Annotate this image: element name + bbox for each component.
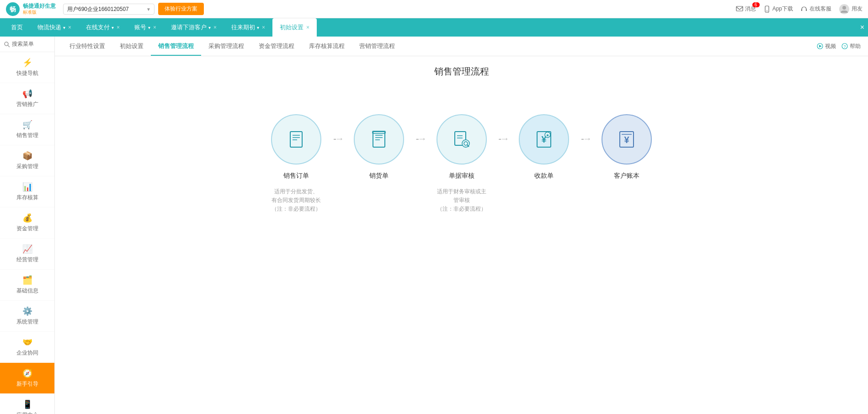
process-step-customer-ledger: ¥ 客户账本 <box>590 114 663 187</box>
messages-badge: 6 <box>752 2 760 7</box>
nav-tab-account-close[interactable]: × <box>153 24 156 31</box>
svg-point-8 <box>842 6 846 10</box>
nav-tab-logistics[interactable]: 物流快递 ▾ × <box>30 18 79 37</box>
process-arrow-3: ···→ <box>498 114 508 144</box>
help-link[interactable]: ? 帮助 <box>841 42 861 50</box>
user-selector[interactable]: 用户690企业1660120507 <box>63 4 154 15</box>
sidebar-search[interactable]: 搜索菜单 <box>0 37 54 52</box>
sidebar-item-inventory-label: 库存核算 <box>16 194 38 202</box>
process-arrow-4: ···→ <box>580 114 590 144</box>
sidebar-item-guide-label: 新手引导 <box>16 380 38 388</box>
nav-tab-logistics-close[interactable]: × <box>68 24 71 31</box>
app-center-icon: 📱 <box>22 399 32 409</box>
guide-icon: 🧭 <box>22 368 32 378</box>
sidebar-item-marketing[interactable]: 📢 营销推广 <box>0 83 54 114</box>
sales-invoice-icon <box>367 128 390 151</box>
process-title: 销售管理流程 <box>64 65 859 78</box>
app-download-button[interactable]: App下载 <box>763 5 793 13</box>
sidebar-item-app-center[interactable]: 📱 应用中心 <box>0 394 54 414</box>
nav-tab-initial-setup-close[interactable]: × <box>306 24 309 31</box>
video-icon <box>817 43 823 49</box>
customer-ledger-circle[interactable]: ¥ <box>602 114 652 165</box>
top-bar: 畅 畅捷通好生意 标准版 用户690企业1660120507 体验行业方案 消息… <box>0 0 868 18</box>
content-area: 行业特性设置 初始设置 销售管理流程 采购管理流程 资金管理流程 库存核算流程 … <box>55 37 868 414</box>
sales-invoice-circle[interactable] <box>354 114 404 165</box>
search-icon <box>4 41 10 48</box>
process-step-sales-invoice: 销货单 <box>342 114 415 187</box>
nav-tab-period[interactable]: 往来期初 ▾ × <box>224 18 272 37</box>
sidebar-item-enterprise-label: 企业协同 <box>16 349 38 357</box>
sidebar-item-basic-info[interactable]: 🗂️ 基础信息 <box>0 270 54 301</box>
sidebar-item-system[interactable]: ⚙️ 系统管理 <box>0 301 54 332</box>
nav-tabs: 首页 物流快递 ▾ × 在线支付 ▾ × 账号 ▾ × 邀请下游客户 ▾ × 往… <box>0 18 868 37</box>
sub-tabs-right: 视频 ? 帮助 <box>817 42 861 50</box>
sub-tab-sales-flow[interactable]: 销售管理流程 <box>151 37 201 56</box>
nav-tab-initial-setup[interactable]: 初始设置 × <box>272 18 317 37</box>
customer-ledger-name: 客户账本 <box>614 172 639 180</box>
sidebar-item-quick-nav[interactable]: ⚡ 快捷导航 <box>0 52 54 83</box>
process-arrow-1: ···→ <box>333 114 342 144</box>
sub-tab-purchase-flow[interactable]: 采购管理流程 <box>201 37 251 56</box>
svg-rect-2 <box>736 6 743 11</box>
sidebar-item-purchase[interactable]: 📦 采购管理 <box>0 145 54 176</box>
headset-icon <box>800 5 808 13</box>
receipt-icon: ¥ ★ <box>533 128 555 151</box>
sub-tab-finance-flow[interactable]: 资金管理流程 <box>251 37 302 56</box>
message-icon <box>736 5 743 13</box>
sidebar-item-sales[interactable]: 🛒 销售管理 <box>0 114 54 145</box>
process-flow: 销售订单 适用于分批发货、有合同发货周期较长（注：非必要流程） ···→ <box>64 105 859 223</box>
process-step-receipt: ¥ ★ 收款单 <box>507 114 580 187</box>
messages-button[interactable]: 消息 6 <box>736 5 756 13</box>
document-review-circle[interactable] <box>437 114 487 165</box>
finance-icon: 💰 <box>22 213 32 223</box>
nav-tab-home[interactable]: 首页 <box>4 18 30 37</box>
sales-order-name: 销售订单 <box>283 172 309 180</box>
svg-text:¥: ¥ <box>624 135 629 145</box>
svg-text:?: ? <box>843 44 846 49</box>
sidebar-item-finance-label: 资金管理 <box>16 225 38 233</box>
online-service-button[interactable]: 在线客服 <box>800 5 831 13</box>
sidebar-item-guide[interactable]: 🧭 新手引导 <box>0 363 54 394</box>
sidebar-item-finance[interactable]: 💰 资金管理 <box>0 207 54 239</box>
avatar-icon <box>839 4 850 15</box>
sub-tab-marketing-flow[interactable]: 营销管理流程 <box>352 37 402 56</box>
sidebar-item-marketing-label: 营销推广 <box>16 101 38 108</box>
nav-tab-invite[interactable]: 邀请下游客户 ▾ × <box>164 18 224 37</box>
user-avatar-button[interactable]: 用友 <box>839 4 863 15</box>
nav-tab-invite-close[interactable]: × <box>213 24 217 31</box>
sidebar-item-operations[interactable]: 📈 经营管理 <box>0 239 54 270</box>
marketing-icon: 📢 <box>22 89 32 99</box>
sub-tab-initial[interactable]: 初始设置 <box>112 37 151 56</box>
user-select-input[interactable]: 用户690企业1660120507 <box>63 4 154 15</box>
sidebar-item-quick-nav-label: 快捷导航 <box>16 69 38 77</box>
sidebar-search-label: 搜索菜单 <box>12 40 34 48</box>
top-bar-left: 畅 畅捷通好生意 标准版 用户690企业1660120507 体验行业方案 <box>5 2 204 16</box>
main-layout: 搜索菜单 ⚡ 快捷导航 📢 营销推广 🛒 销售管理 📦 采购管理 📊 库存核算 … <box>0 37 868 414</box>
process-arrow-2: ···→ <box>415 114 425 144</box>
nav-tab-account[interactable]: 账号 ▾ × <box>127 18 164 37</box>
app-logo-icon: 畅 <box>5 2 20 16</box>
trial-button[interactable]: 体验行业方案 <box>158 3 204 15</box>
sub-tab-inventory-flow[interactable]: 库存核算流程 <box>302 37 352 56</box>
nav-tab-period-close[interactable]: × <box>262 24 265 31</box>
sidebar-item-inventory[interactable]: 📊 库存核算 <box>0 176 54 207</box>
sales-invoice-name: 销货单 <box>369 172 389 180</box>
nav-tab-payment[interactable]: 在线支付 ▾ × <box>79 18 127 37</box>
sidebar-item-enterprise[interactable]: 🤝 企业协同 <box>0 332 54 363</box>
sales-order-icon <box>285 128 308 151</box>
sidebar-item-operations-label: 经营管理 <box>16 256 38 264</box>
nav-tab-account-arrow: ▾ <box>148 25 150 30</box>
svg-line-10 <box>8 45 10 47</box>
receipt-circle[interactable]: ¥ ★ <box>519 114 569 165</box>
nav-tab-period-arrow: ▾ <box>257 25 259 30</box>
document-review-icon <box>450 128 473 151</box>
sub-tab-industry[interactable]: 行业特性设置 <box>62 37 112 56</box>
svg-point-9 <box>5 42 8 46</box>
system-icon: ⚙️ <box>22 306 32 316</box>
app-download-label: App下载 <box>772 5 793 13</box>
nav-close-all-button[interactable]: × <box>860 23 864 32</box>
sales-order-circle[interactable] <box>271 114 321 165</box>
sub-tabs: 行业特性设置 初始设置 销售管理流程 采购管理流程 资金管理流程 库存核算流程 … <box>55 37 868 56</box>
video-link[interactable]: 视频 <box>817 42 836 50</box>
nav-tab-payment-close[interactable]: × <box>117 24 120 31</box>
